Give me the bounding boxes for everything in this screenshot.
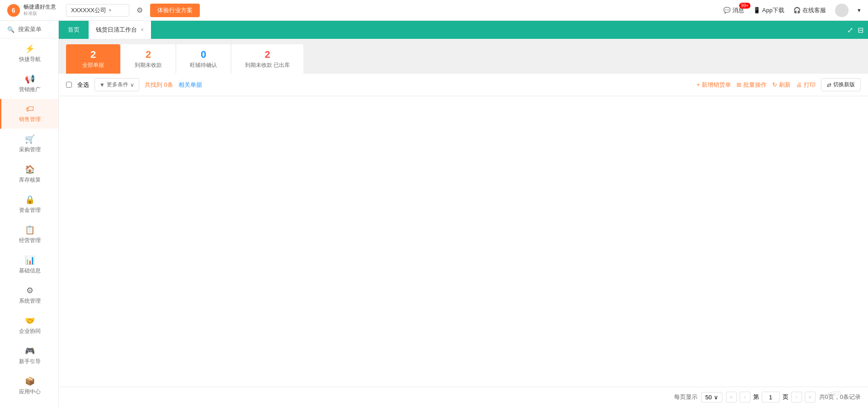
status-tab-wangwang[interactable]: 0 旺辅待确认 [176, 44, 231, 74]
operation-icon: 📋 [25, 225, 35, 235]
sidebar-item-basic[interactable]: 📊 基础信息 [0, 250, 58, 280]
page-total: 共0页，0条记录 [819, 393, 861, 401]
related-link[interactable]: 相关单据 [179, 81, 202, 89]
app-version: 标准版 [24, 10, 56, 17]
sidebar-item-label: 应用中心 [19, 388, 41, 396]
toolbar: 全选 ▼ 更多条件 ∨ 共找到 0条 相关单据 + 新增销货单 ⊞ 批量操作 ↻… [59, 74, 868, 96]
page-input[interactable] [762, 392, 780, 402]
toolbar-right: + 新增销货单 ⊞ 批量操作 ↻ 刷新 🖨 打印 ⇄ 切换新版 [697, 78, 861, 91]
first-page-button[interactable]: « [726, 392, 737, 402]
sidebar-item-inventory[interactable]: 🏠 库存核算 [0, 159, 58, 189]
tab-count-overdue: 2 [146, 49, 151, 61]
system-icon: ⚙ [26, 285, 33, 295]
sidebar-item-coop[interactable]: 🤝 企业协同 [0, 310, 58, 341]
next-page-button[interactable]: › [791, 392, 802, 402]
tab-current[interactable]: 钱货日清工作台 × [89, 21, 151, 39]
settings-icon[interactable]: ⚙ [133, 4, 146, 17]
status-tab-overdue-out[interactable]: 2 到期未收款 已出库 [231, 44, 303, 74]
purchase-icon: 🛒 [25, 134, 35, 144]
refresh-button[interactable]: ↻ 刷新 [772, 81, 791, 89]
pagination: 每页显示 50 ∨ « ‹ 第 页 › » 共0页，0条记录 [59, 387, 868, 407]
chevron-icon: ∨ [130, 82, 134, 88]
message-item[interactable]: 💬 消息 99+ [723, 6, 744, 14]
per-page-value: 50 [705, 394, 712, 401]
chevron-down-icon: ▾ [109, 8, 111, 13]
trial-button[interactable]: 体验行业方案 [150, 4, 200, 17]
avatar[interactable] [835, 4, 849, 17]
page-nav: « ‹ 第 页 › » [726, 392, 816, 402]
sidebar-item-marketing[interactable]: 📢 营销推广 [0, 69, 58, 99]
sidebar-item-quick-nav[interactable]: ⚡ 快捷导航 [0, 38, 58, 69]
service-label: 在线客服 [802, 6, 826, 14]
marketing-icon: 📢 [25, 74, 35, 84]
sidebar-item-label: 销售管理 [19, 116, 41, 123]
status-tabs: 2 全部单据 2 到期未收款 0 旺辅待确认 2 到期未收款 已出库 [59, 39, 868, 74]
per-page-select[interactable]: 50 ∨ [701, 392, 722, 402]
status-tab-overdue[interactable]: 2 到期未收款 [121, 44, 175, 74]
sidebar-item-sales[interactable]: 🏷 销售管理 [0, 99, 58, 129]
sidebar-item-label: 快捷导航 [19, 56, 41, 63]
filter-button[interactable]: ▼ 更多条件 ∨ [94, 78, 139, 91]
tab-count-overdue-out: 2 [265, 49, 270, 61]
tab-actions: ⤢ ⊟ [847, 26, 868, 34]
apps-icon: 📦 [25, 376, 35, 386]
message-badge: 99+ [739, 3, 750, 9]
table-area [59, 96, 868, 387]
sidebar-item-capital[interactable]: 🔒 资金管理 [0, 189, 58, 220]
last-page-button[interactable]: » [805, 392, 816, 402]
sidebar-item-label: 系统管理 [19, 297, 41, 305]
top-right-area: 💬 消息 99+ 📱 App下载 🎧 在线客服 ▾ [723, 4, 861, 17]
sidebar-item-operation[interactable]: 📋 经营管理 [0, 220, 58, 250]
guide-icon: 🎮 [25, 346, 35, 356]
service-item[interactable]: 🎧 在线客服 [793, 6, 826, 14]
tab-label-all: 全部单据 [82, 61, 104, 69]
page-label-prefix: 第 [753, 393, 759, 401]
search-menu-item[interactable]: 🔍 搜索菜单 [0, 21, 58, 38]
top-bar: 6 畅捷通好生意 标准版 XXXXXX公司 ▾ ⚙ 体验行业方案 💬 消息 99… [0, 0, 868, 21]
message-icon: 💬 [723, 7, 731, 14]
main-content: 2 全部单据 2 到期未收款 0 旺辅待确认 2 到期未收款 已出库 全选 ▼ … [59, 39, 868, 407]
user-name[interactable]: ▾ [858, 7, 861, 14]
switch-icon: ⇄ [827, 82, 831, 88]
tab-close-icon[interactable]: × [141, 27, 144, 33]
download-icon: 📱 [753, 7, 760, 14]
company-selector[interactable]: XXXXXX公司 ▾ [66, 4, 129, 17]
batch-button[interactable]: ⊞ 批量操作 [736, 81, 767, 89]
prev-page-button[interactable]: ‹ [740, 392, 750, 402]
quick-nav-icon: ⚡ [25, 44, 35, 54]
tab-expand-icon[interactable]: ⤢ [847, 26, 853, 34]
select-all-checkbox[interactable] [66, 82, 72, 88]
tab-label-overdue-out: 到期未收款 已出库 [245, 61, 290, 69]
app-name: 畅捷通好生意 [24, 4, 56, 11]
content-area: 2 全部单据 2 到期未收款 0 旺辅待确认 2 到期未收款 已出库 全选 ▼ … [59, 39, 868, 407]
status-tab-all[interactable]: 2 全部单据 [66, 44, 120, 74]
tab-home[interactable]: 首页 [59, 21, 89, 39]
print-icon: 🖨 [796, 81, 802, 88]
tab-shrink-icon[interactable]: ⊟ [858, 26, 863, 34]
coop-icon: 🤝 [25, 316, 35, 326]
tab-label-wangwang: 旺辅待确认 [190, 61, 217, 69]
inventory-icon: 🏠 [25, 164, 35, 174]
select-all-label: 全选 [77, 81, 89, 89]
search-icon: 🔍 [7, 26, 14, 33]
company-name: XXXXXX公司 [71, 6, 106, 14]
service-icon: 🎧 [793, 7, 801, 14]
sidebar-item-guide[interactable]: 🎮 新手引导 [0, 341, 58, 371]
tab-label-overdue: 到期未收款 [135, 61, 162, 69]
sidebar-item-wechat[interactable]: 💬 企业微信 [0, 401, 58, 407]
add-sale-button[interactable]: + 新增销货单 [697, 81, 731, 89]
sidebar-item-purchase[interactable]: 🛒 采购管理 [0, 129, 58, 159]
download-item[interactable]: 📱 App下载 [753, 6, 784, 14]
filter-label: 更多条件 [107, 81, 128, 89]
sidebar-item-system[interactable]: ⚙ 系统管理 [0, 280, 58, 310]
tab-count-all: 2 [90, 49, 96, 61]
print-button[interactable]: 🖨 打印 [796, 81, 816, 89]
tab-current-label: 钱货日清工作台 [96, 26, 137, 34]
sales-icon: 🏷 [26, 104, 34, 114]
sidebar-item-label: 资金管理 [19, 206, 41, 214]
tab-count-wangwang: 0 [201, 49, 206, 61]
switch-version-button[interactable]: ⇄ 切换新版 [821, 78, 861, 91]
refresh-icon: ↻ [772, 81, 777, 88]
sidebar-item-apps[interactable]: 📦 应用中心 [0, 371, 58, 401]
sidebar-item-label: 经营管理 [19, 237, 41, 244]
